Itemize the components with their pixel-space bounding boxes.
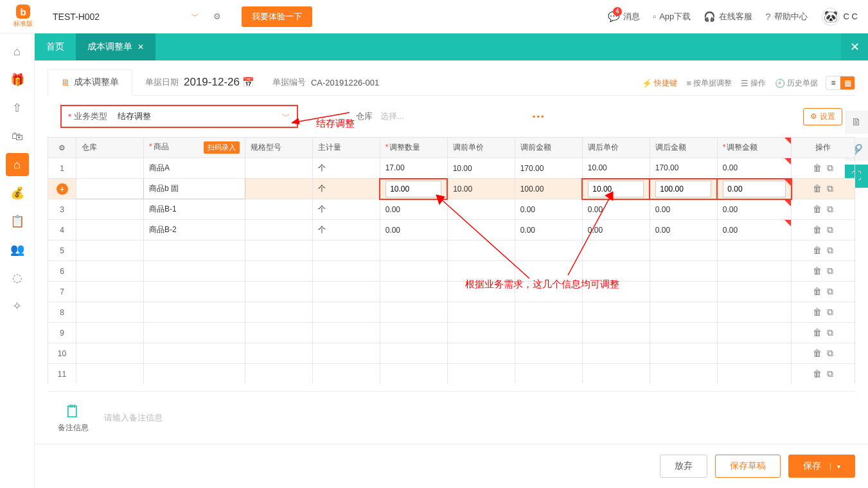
table-row[interactable]: 11🗑⧉ <box>48 364 855 384</box>
tab-home[interactable]: 首页 <box>35 33 76 60</box>
table-row[interactable]: 8🗑⧉ <box>48 302 855 323</box>
copy-row-button[interactable]: ⧉ <box>827 327 833 338</box>
nav-bag[interactable]: 🛍 <box>6 125 29 148</box>
left-nav: ⌂ 🎁 ⇧ 🛍 ⌂ 💰 📋 👥 ◌ ✧ <box>0 33 35 488</box>
doc-number: CA-20191226-001 <box>311 78 379 87</box>
table-row[interactable]: +商品b 固个10.00100.00🗑⧉ <box>48 179 855 199</box>
delete-row-button[interactable]: 🗑 <box>813 204 822 214</box>
copy-row-button[interactable]: ⧉ <box>827 163 833 173</box>
operations-button[interactable]: ☰操作 <box>741 78 766 89</box>
tabs-close-all[interactable]: ✕ <box>841 33 868 60</box>
copy-row-button[interactable]: ⧉ <box>827 224 833 235</box>
col-adj-amount: *调整金额 <box>717 138 792 158</box>
copy-row-button[interactable]: ⧉ <box>827 266 833 276</box>
app-download-link[interactable]: ▫ App下载 <box>653 11 691 23</box>
annotation-text-1: 结存调整 <box>316 118 355 130</box>
chevron-down-icon: ﹀ <box>282 111 290 122</box>
table-row[interactable]: 6🗑⧉ <box>48 261 855 282</box>
doc-title-tab[interactable]: 🗎 成本调整单 <box>48 69 132 96</box>
copy-row-button[interactable]: ⧉ <box>827 204 833 214</box>
qty-input[interactable] <box>385 181 441 197</box>
messages-link[interactable]: 💬 消息 4 <box>608 11 640 23</box>
business-type-select[interactable]: * 业务类型 结存调整 ﹀ <box>60 105 298 128</box>
chevron-down-icon: ﹀ <box>191 11 199 22</box>
remark-section: 🗒 备注信息 <box>48 391 855 444</box>
nav-clipboard[interactable]: 📋 <box>6 210 29 233</box>
abort-button[interactable]: 放弃 <box>660 455 707 478</box>
delete-row-button[interactable]: 🗑 <box>813 266 822 276</box>
nav-home[interactable]: ⌂ <box>6 40 29 63</box>
nav-new[interactable]: ✧ <box>6 294 29 318</box>
footer-actions: 放弃 保存草稿 保存 ▾ <box>35 444 868 488</box>
nav-inventory[interactable]: ⌂ <box>6 153 29 176</box>
delete-row-button[interactable]: 🗑 <box>813 224 822 235</box>
nav-gift[interactable]: 🎁 <box>6 68 29 91</box>
user-name: C C <box>844 12 858 21</box>
warehouse-select[interactable]: 仓库 选择... <box>356 111 404 122</box>
online-service-link[interactable]: 🎧 在线客服 <box>704 11 752 23</box>
table-row[interactable]: 9🗑⧉ <box>48 323 855 343</box>
avatar[interactable]: 🐼 <box>822 8 840 26</box>
delete-row-button[interactable]: 🗑 <box>813 307 822 317</box>
settings-button[interactable]: ⚙ 设置 <box>803 108 842 125</box>
add-row-button[interactable]: + <box>57 183 68 195</box>
copy-row-button[interactable]: ⧉ <box>827 368 833 379</box>
chevron-down-icon[interactable]: ▾ <box>830 463 840 470</box>
delete-row-button[interactable]: 🗑 <box>813 245 822 255</box>
more-filters-button[interactable]: ••• <box>533 112 545 122</box>
nav-upload[interactable]: ⇧ <box>6 96 29 120</box>
copy-row-button[interactable]: ⧉ <box>827 348 833 358</box>
table-row[interactable]: 10🗑⧉ <box>48 343 855 364</box>
copy-row-button[interactable]: ⧉ <box>827 286 833 296</box>
nav-contacts[interactable]: 👥 <box>6 238 29 261</box>
col-settings[interactable]: ⚙ <box>48 138 76 158</box>
history-button[interactable]: 🕘历史单据 <box>775 78 818 89</box>
post-price-input[interactable] <box>588 181 644 197</box>
post-amount-input[interactable] <box>655 181 711 197</box>
delete-row-button[interactable]: 🗑 <box>813 183 822 194</box>
try-button[interactable]: 我要体验一下 <box>242 6 312 27</box>
doc-date[interactable]: 2019-12-26 <box>184 76 240 89</box>
nav-money[interactable]: 💰 <box>6 181 29 204</box>
view-list[interactable]: ≡ <box>826 77 840 89</box>
col-spec: 规格型号 <box>245 138 312 158</box>
delete-row-button[interactable]: 🗑 <box>813 286 822 296</box>
brand-logo: b 标准版 <box>10 5 36 28</box>
table-row[interactable]: 3商品B-1个0.000.000.000.000.00🗑⧉ <box>48 199 855 220</box>
main-area: 首页 成本调整单 ✕ ✕ 🗎 🔗 ⛶ 🗎 成本调整单 单据日期 2019- <box>35 33 868 488</box>
page-tabs: 首页 成本调整单 ✕ ✕ <box>35 33 868 60</box>
delete-row-button[interactable]: 🗑 <box>813 368 822 379</box>
adjust-by-doc-button[interactable]: ≡按单据调整 <box>686 78 732 89</box>
org-selector[interactable]: TEST-H002 ﹀ <box>49 7 203 26</box>
delete-row-button[interactable]: 🗑 <box>813 348 822 358</box>
shortcut-key-button[interactable]: ⚡快捷键 <box>642 78 677 89</box>
copy-row-button[interactable]: ⧉ <box>827 183 833 194</box>
remark-input[interactable] <box>104 413 845 422</box>
copy-row-button[interactable]: ⧉ <box>827 307 833 317</box>
scan-input-button[interactable]: 扫码录入 <box>204 141 240 154</box>
nav-refresh[interactable]: ◌ <box>6 266 29 289</box>
table-row[interactable]: 5🗑⧉ <box>48 240 855 261</box>
table-row[interactable]: 4商品B-2个0.000.000.000.000.00🗑⧉ <box>48 220 855 240</box>
delete-row-button[interactable]: 🗑 <box>813 327 822 338</box>
help-center-link[interactable]: ? 帮助中心 <box>765 11 807 23</box>
delete-row-button[interactable]: 🗑 <box>813 163 822 173</box>
col-pre-price: 调前单价 <box>447 138 515 158</box>
close-icon[interactable]: ✕ <box>137 42 144 51</box>
view-grid[interactable]: ▦ <box>840 77 855 89</box>
history-icon: 🕘 <box>775 78 785 88</box>
table-row[interactable]: 7🗑⧉ <box>48 282 855 302</box>
table-row[interactable]: 1商品A个17.0010.00170.0010.00170.000.00🗑⧉ <box>48 158 855 179</box>
table-wrapper: ⚙ 仓库 *商品扫码录入 规格型号 主计量 *调整数量 调前单价 调前金额 调后… <box>35 137 868 383</box>
gear-icon: ⚙ <box>58 143 66 152</box>
org-settings-button[interactable]: ⚙ <box>208 8 226 26</box>
save-draft-button[interactable]: 保存草稿 <box>715 455 781 478</box>
adj-amount-input[interactable] <box>723 181 786 197</box>
save-button[interactable]: 保存 ▾ <box>788 455 855 478</box>
adjustment-table: ⚙ 仓库 *商品扫码录入 规格型号 主计量 *调整数量 调前单价 调前金额 调后… <box>48 137 855 383</box>
brand-tag: 标准版 <box>13 19 33 28</box>
copy-row-button[interactable]: ⧉ <box>827 245 833 255</box>
calendar-icon[interactable]: 📅 <box>242 77 254 88</box>
bolt-icon: ⚡ <box>642 78 652 88</box>
tab-cost-adjust[interactable]: 成本调整单 ✕ <box>76 33 155 60</box>
